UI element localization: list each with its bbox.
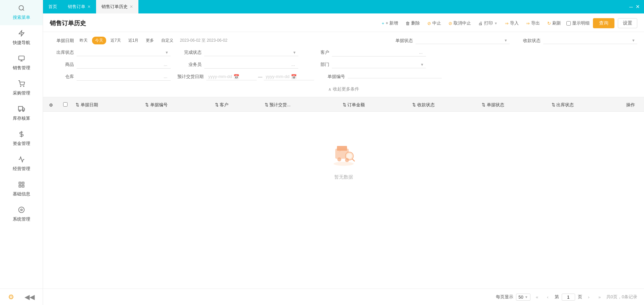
bill-status-label: 单据状态 <box>389 38 416 44</box>
filter-area: 单据日期 昨天 今天 近7天 近1月 更多 自定义 2023-06-02 至 2… <box>43 32 644 97</box>
col-bill-status-label: ⇅ 单据状态 <box>482 102 504 107</box>
current-page-input[interactable] <box>562 294 575 301</box>
salesman-input[interactable]: ... <box>204 61 298 69</box>
date-btn-1month[interactable]: 近1月 <box>125 37 142 44</box>
col-date: ⇅ 单据日期 <box>72 99 141 112</box>
table-select-all-checkbox[interactable] <box>63 102 68 107</box>
tab-sales-order[interactable]: 销售订单 ✕ <box>62 0 96 13</box>
delivery-to-placeholder: yyyy-mm-dd <box>266 74 290 79</box>
date-btn-custom[interactable]: 自定义 <box>158 37 176 44</box>
complete-status-select[interactable]: ▼ <box>204 49 298 56</box>
sidebar-item-inventory-calc[interactable]: 库存核算 <box>0 101 43 126</box>
date-btn-7days[interactable]: 近7天 <box>108 37 124 44</box>
date-btn-today[interactable]: 今天 <box>92 37 106 44</box>
complete-status-arrow: ▼ <box>293 50 296 54</box>
export-button[interactable]: ⇒ 导出 <box>524 20 542 27</box>
bill-no-label: 单据编号 <box>321 74 348 80</box>
last-page-button[interactable]: » <box>596 293 604 301</box>
date-btn-more[interactable]: 更多 <box>143 37 157 44</box>
svg-point-10 <box>19 110 20 111</box>
sidebar-item-search-menu[interactable]: 搜索菜单 <box>0 0 43 25</box>
tab-sales-order-history-close[interactable]: ✕ <box>130 4 133 9</box>
col-out-status-label: ⇅ 出库状态 <box>552 102 574 107</box>
calendar-from-icon[interactable]: 📅 <box>233 74 239 79</box>
filter-row-3: 商品 ... 业务员 ... 部门 ▼ <box>50 61 637 69</box>
goods-dots[interactable]: ... <box>162 62 169 67</box>
goods-input[interactable]: ... <box>77 61 171 69</box>
bill-status-select[interactable]: ▼ <box>416 37 510 44</box>
display-detail-checkbox[interactable] <box>566 21 571 26</box>
calendar-to-icon[interactable]: 📅 <box>291 74 297 79</box>
table-settings-col: ⚙ <box>43 99 59 112</box>
table-settings-icon[interactable]: ⚙ <box>49 103 53 108</box>
close-window-icon[interactable]: ✕ <box>636 4 640 10</box>
tab-sales-order-history[interactable]: 销售订单历史 ✕ <box>96 0 138 13</box>
new-button[interactable]: + + 新增 <box>380 20 400 27</box>
delete-button[interactable]: 🗑 删除 <box>403 20 422 27</box>
refresh-button[interactable]: ↻ 刷新 <box>545 20 563 27</box>
new-icon: + <box>382 21 384 26</box>
tab-sales-order-label: 销售订单 <box>68 4 85 10</box>
purchase-mgmt-icon <box>18 80 25 89</box>
sidebar-item-purchase-mgmt[interactable]: 采购管理 <box>0 76 43 101</box>
salesman-dots[interactable]: ... <box>290 62 296 67</box>
setting-button[interactable]: 设置 <box>618 18 637 28</box>
col-date-label: ⇅ 单据日期 <box>76 102 98 107</box>
tab-home[interactable]: 首页 <box>43 0 62 13</box>
collapse-button[interactable]: ∧ 收起更多条件 <box>328 85 359 94</box>
tab-sales-order-history-label: 销售订单历史 <box>101 4 128 10</box>
fund-mgmt-icon <box>18 131 25 139</box>
sidebar-item-system-mgmt[interactable]: 系统管理 <box>0 202 43 227</box>
collapse-up-icon: ∧ <box>328 87 332 92</box>
per-page-select[interactable]: 50 ▼ <box>516 294 530 301</box>
page-suffix: 页 <box>578 294 582 300</box>
sidebar-settings-icon[interactable]: ⚙ <box>8 293 14 301</box>
customer-dots[interactable]: ... <box>418 50 424 55</box>
col-bill-no-label: ⇅ 单据编号 <box>145 102 168 107</box>
dept-select[interactable]: ▼ <box>332 61 426 68</box>
delivery-date-label: 预计交货日期 <box>177 74 206 80</box>
cancel-stop-button[interactable]: ⊘ 取消中止 <box>446 20 473 27</box>
complete-status-label: 完成状态 <box>177 49 204 55</box>
tab-sales-order-close[interactable]: ✕ <box>87 4 91 9</box>
prev-page-button[interactable]: ‹ <box>544 293 552 301</box>
out-status-select[interactable]: ▼ <box>77 49 171 56</box>
customer-input[interactable]: ... <box>332 48 426 56</box>
sidebar-bottom: ⚙ ◀◀ <box>0 289 43 305</box>
bill-no-input[interactable] <box>348 75 442 78</box>
query-button[interactable]: 查询 <box>593 18 614 28</box>
sidebar-item-fund-mgmt[interactable]: 资金管理 <box>0 126 43 151</box>
delivery-date-to[interactable]: yyyy-mm-dd 📅 <box>264 73 314 80</box>
empty-state: 暂无数据 <box>43 112 644 207</box>
ops-mgmt-icon <box>18 156 25 164</box>
svg-point-17 <box>20 209 22 211</box>
delivery-date-from[interactable]: yyyy-mm-dd 📅 <box>206 73 257 80</box>
col-customer-label: ⇅ 客户 <box>215 102 229 107</box>
minimize-icon[interactable]: ─ <box>629 4 633 10</box>
bill-status-arrow: ▼ <box>504 38 508 42</box>
warehouse-dots[interactable]: ... <box>162 74 169 79</box>
sidebar-item-ops-mgmt[interactable]: 经营管理 <box>0 151 43 177</box>
print-label: 打印 <box>484 20 493 26</box>
date-btn-yesterday[interactable]: 昨天 <box>77 37 91 44</box>
sidebar-item-basic-info[interactable]: 基础信息 <box>0 177 43 202</box>
sidebar-item-fund-mgmt-label: 资金管理 <box>13 141 30 147</box>
svg-point-0 <box>19 6 23 10</box>
import-button[interactable]: ⇒ 导入 <box>503 20 521 27</box>
receipt-status-select[interactable]: ▼ <box>543 37 637 44</box>
sidebar-item-search-menu-label: 搜索菜单 <box>13 14 30 21</box>
stop-button[interactable]: ⊘ 中止 <box>425 20 443 27</box>
sidebar-item-inventory-calc-label: 库存核算 <box>13 115 30 121</box>
sidebar-item-quick-nav[interactable]: 快捷导航 <box>0 25 43 50</box>
sidebar-collapse-icon[interactable]: ◀◀ <box>25 293 35 301</box>
sidebar-item-sales-mgmt[interactable]: 销售管理 <box>0 50 43 76</box>
inventory-calc-icon <box>18 106 25 114</box>
print-button[interactable]: 🖨 打印 ▼ <box>476 20 500 27</box>
per-page-arrow: ▼ <box>525 295 528 299</box>
next-page-button[interactable]: › <box>585 293 593 301</box>
first-page-button[interactable]: « <box>533 293 541 301</box>
svg-rect-8 <box>18 107 23 110</box>
topbar-window-controls: ─ ✕ <box>629 4 644 10</box>
warehouse-input[interactable]: ... <box>77 73 171 81</box>
stop-label: 中止 <box>432 20 441 26</box>
